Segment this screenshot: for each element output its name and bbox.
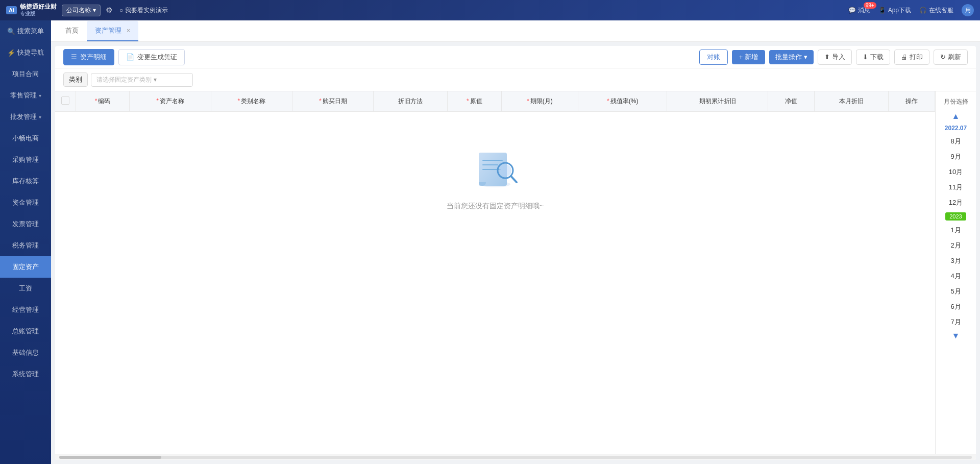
sidebar-item-fixed-assets[interactable]: 固定资产 (0, 256, 51, 278)
th-purchase-date: *购买日期 (292, 91, 374, 112)
category-filter: 类别 请选择固定资产类别 ▾ (63, 72, 193, 87)
empty-illustration (464, 142, 526, 193)
empty-text: 当前您还没有固定资产明细哦~ (447, 202, 544, 211)
refresh-button[interactable]: ↻ 刷新 (934, 50, 968, 65)
sidebar-search-label: 搜索菜单 (17, 27, 44, 36)
year-2023-badge[interactable]: 2023 (945, 212, 966, 221)
sidebar-item-salary[interactable]: 工资 (0, 278, 51, 299)
batch-button[interactable]: 批量操作 ▾ (769, 50, 814, 64)
category-label: 类别 (63, 72, 88, 87)
sidebar-tax-label: 税务管理 (12, 241, 39, 250)
sidebar-retail-label: 零售管理 (10, 91, 37, 100)
sidebar-item-wholesale[interactable]: 批发管理 ▾ (0, 106, 51, 128)
import-icon: ⬆ (824, 53, 830, 61)
sidebar-item-search[interactable]: 🔍 搜索菜单 (0, 20, 51, 42)
month-item-4[interactable]: 4月 (941, 268, 971, 284)
print-label: 打印 (910, 53, 923, 62)
category-input[interactable]: 请选择固定资产类别 ▾ (91, 73, 193, 87)
refresh-label: 刷新 (948, 53, 961, 62)
sidebar-invoice-label: 发票管理 (12, 219, 39, 229)
settings-button[interactable]: ⚙ (106, 6, 112, 15)
sidebar-ecommerce-label: 小畅电商 (12, 134, 39, 143)
message-badge: 99+ (864, 2, 876, 9)
tab-home-label: 首页 (65, 26, 79, 35)
sidebar-item-nav[interactable]: ⚡ 快捷导航 (0, 42, 51, 63)
search-icon: 🔍 (7, 28, 15, 35)
month-item-3[interactable]: 3月 (941, 253, 971, 268)
month-down-nav[interactable]: ▼ (950, 330, 962, 342)
month-item-10[interactable]: 10月 (941, 164, 971, 180)
top-bar: Ai 畅捷通好业财 专业版 公司名称 ▾ ⚙ ○ 我要看实例演示 💬 消息 99… (0, 0, 980, 20)
sidebar-item-system[interactable]: 系统管理 (0, 363, 51, 385)
month-item-9[interactable]: 9月 (941, 149, 971, 164)
th-operation: 操作 (888, 91, 935, 112)
online-service-label: 在线客服 (929, 6, 953, 15)
dropdown-icon: ▾ (804, 53, 807, 61)
month-item-1[interactable]: 1月 (941, 223, 971, 238)
add-button[interactable]: + 新增 (732, 50, 765, 64)
list-icon: ☰ (71, 53, 77, 61)
import-button[interactable]: ⬆ 导入 (818, 50, 852, 65)
sidebar-wholesale-label: 批发管理 (10, 112, 37, 121)
table-container: *编码 *资产名称 *类别名称 *购买日期 折旧方法 *原值 *期限(月) *残… (55, 91, 935, 454)
sidebar-item-tax[interactable]: 税务管理 (0, 235, 51, 256)
refresh-icon: ↻ (940, 53, 946, 61)
filter-toolbar: 类别 请选择固定资产类别 ▾ (55, 68, 976, 91)
sidebar-item-inventory[interactable]: 库存核算 (0, 170, 51, 192)
month-item-7[interactable]: 7月 (941, 314, 971, 330)
table-header-row: *编码 *资产名称 *类别名称 *购买日期 折旧方法 *原值 *期限(月) *残… (55, 91, 935, 112)
bottom-scrollbar[interactable] (55, 454, 976, 460)
sidebar-item-operations[interactable]: 经营管理 (0, 299, 51, 321)
month-item-5[interactable]: 5月 (941, 284, 971, 299)
month-panel: 月份选择 ▲ 2022.07 8月 9月 10月 11月 12月 2023 1月… (935, 91, 976, 454)
month-item-2[interactable]: 2月 (941, 238, 971, 253)
match-button[interactable]: 对账 (699, 50, 728, 65)
sidebar-finance-label: 资金管理 (12, 198, 39, 207)
sidebar-nav-label: 快捷导航 (17, 48, 44, 57)
avatar[interactable]: 用 (962, 4, 974, 16)
company-name: 公司名称 (66, 6, 91, 15)
month-item-11[interactable]: 11月 (941, 180, 971, 195)
sub-tab-change-voucher[interactable]: 📄 变更生成凭证 (118, 49, 185, 65)
sidebar-salary-label: 工资 (19, 284, 32, 293)
page-content: ☰ 资产明细 📄 变更生成凭证 对账 + 新增 批量操作 ▾ ⬆ (55, 46, 976, 460)
empty-row: 当前您还没有固定资产明细哦~ (55, 112, 935, 242)
month-item-12[interactable]: 12月 (941, 195, 971, 210)
tab-close-icon[interactable]: × (127, 27, 130, 34)
batch-label: 批量操作 (775, 53, 802, 62)
th-name: *资产名称 (130, 91, 211, 112)
dropdown-arrow-icon: ▾ (93, 7, 96, 14)
print-button[interactable]: 🖨 打印 (894, 50, 929, 65)
sidebar-item-purchase[interactable]: 采购管理 (0, 149, 51, 170)
assets-table: *编码 *资产名称 *类别名称 *购买日期 折旧方法 *原值 *期限(月) *残… (55, 91, 935, 241)
sidebar-item-basic-info[interactable]: 基础信息 (0, 342, 51, 363)
select-all-checkbox[interactable] (61, 96, 69, 105)
sidebar-inventory-label: 库存核算 (12, 177, 39, 186)
sub-tab-asset-detail[interactable]: ☰ 资产明细 (63, 49, 114, 65)
demo-button[interactable]: ○ 我要看实例演示 (119, 6, 168, 15)
month-item-6[interactable]: 6月 (941, 299, 971, 314)
sidebar-item-finance[interactable]: 资金管理 (0, 192, 51, 213)
scroll-thumb[interactable] (59, 456, 161, 459)
sidebar-item-invoice[interactable]: 发票管理 (0, 213, 51, 235)
download-button[interactable]: ⬇ 下载 (856, 50, 890, 65)
online-service-button[interactable]: 🎧 在线客服 (919, 6, 953, 15)
app-download-button[interactable]: 📱 App下载 (878, 6, 911, 15)
content-area: 首页 资产管理 × ☰ 资产明细 📄 变更生成凭证 对账 (51, 20, 980, 464)
tab-asset-mgmt[interactable]: 资产管理 × (87, 21, 138, 41)
expand-icon: ▾ (39, 93, 41, 99)
sidebar-item-project[interactable]: 项目合同 (0, 63, 51, 85)
company-select[interactable]: 公司名称 ▾ (62, 5, 101, 16)
sidebar-item-ecommerce[interactable]: 小畅电商 (0, 128, 51, 149)
th-checkbox (55, 91, 76, 112)
month-up-nav[interactable]: ▲ (950, 110, 962, 123)
message-button[interactable]: 💬 消息 99+ (848, 6, 870, 15)
logo-icon: Ai (6, 6, 17, 14)
sidebar-item-ledger[interactable]: 总账管理 (0, 321, 51, 342)
month-item-8[interactable]: 8月 (941, 134, 971, 149)
sidebar-basic-info-label: 基础信息 (12, 348, 39, 357)
tab-home[interactable]: 首页 (57, 21, 87, 41)
month-panel-title: 月份选择 (944, 95, 968, 110)
th-period: *期限(月) (501, 91, 578, 112)
sidebar-item-retail[interactable]: 零售管理 ▾ (0, 85, 51, 106)
